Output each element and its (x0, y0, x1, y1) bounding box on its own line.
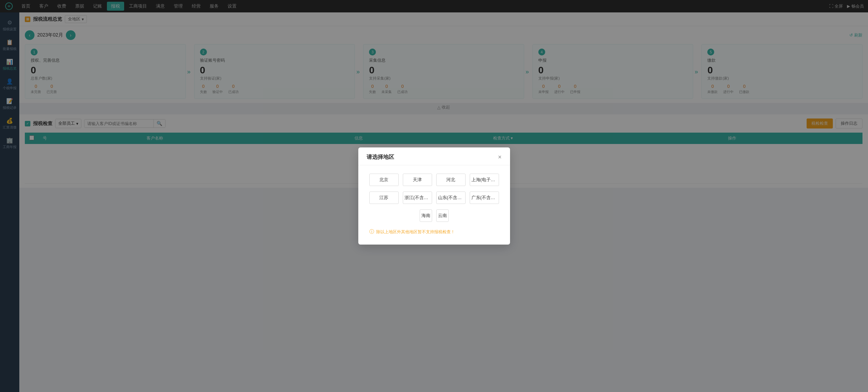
region-btn-shandong[interactable]: 山东(不含青岛) (436, 192, 466, 204)
region-row-1: 北京 天津 河北 上海(电子税局) (369, 174, 499, 186)
region-btn-hainan[interactable]: 海南 (420, 209, 432, 222)
modal-warning: ⓘ 除以上地区外其他地区暂不支持报税检查！ (369, 229, 499, 236)
region-select-modal: 请选择地区 × 北京 天津 河北 上海(电子税局) 江苏 浙江(不含宁波) 山东… (358, 147, 510, 245)
region-btn-tianjin[interactable]: 天津 (403, 174, 432, 186)
modal-overlay: 请选择地区 × 北京 天津 河北 上海(电子税局) 江苏 浙江(不含宁波) 山东… (0, 0, 868, 392)
region-btn-hebei[interactable]: 河北 (436, 174, 466, 186)
region-btn-guangdong[interactable]: 广东(不含深圳) (470, 192, 499, 204)
warning-icon: ⓘ (369, 229, 374, 235)
region-btn-yunnan[interactable]: 云南 (436, 209, 449, 222)
modal-body: 北京 天津 河北 上海(电子税局) 江苏 浙江(不含宁波) 山东(不含青岛) 广… (358, 165, 510, 245)
region-btn-zhejiang[interactable]: 浙江(不含宁波) (403, 192, 432, 204)
modal-header: 请选择地区 × (358, 147, 510, 165)
region-row-2: 江苏 浙江(不含宁波) 山东(不含青岛) 广东(不含深圳) (369, 192, 499, 204)
modal-close-btn[interactable]: × (498, 154, 502, 161)
region-row-3: 海南 云南 (369, 209, 499, 222)
region-btn-beijing[interactable]: 北京 (369, 174, 399, 186)
modal-title: 请选择地区 (367, 154, 394, 161)
warning-text: 除以上地区外其他地区暂不支持报税检查！ (376, 229, 455, 235)
region-btn-shanghai[interactable]: 上海(电子税局) (470, 174, 499, 186)
region-btn-jiangsu[interactable]: 江苏 (369, 192, 399, 204)
